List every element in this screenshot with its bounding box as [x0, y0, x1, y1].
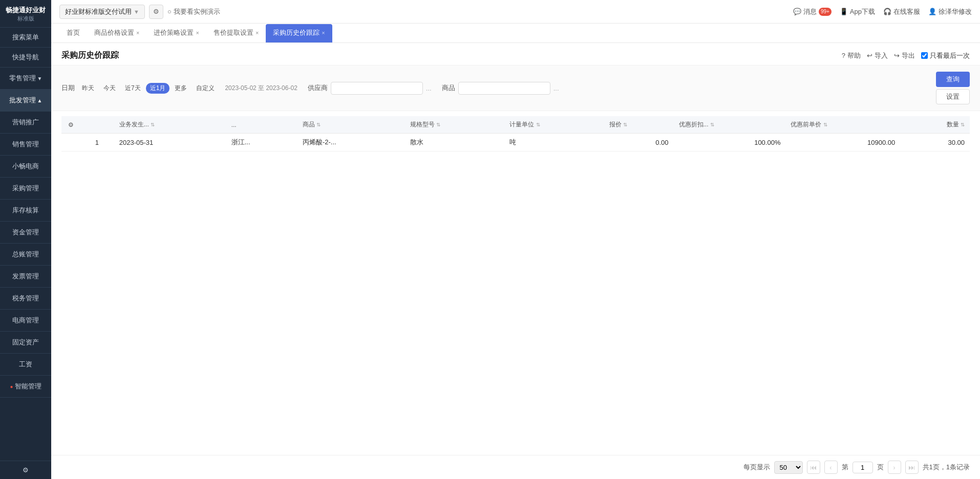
- date-options: 昨天 今天 近7天 近1月 更多 自定义: [78, 83, 219, 94]
- app-download-button[interactable]: 📱 App下载: [840, 7, 875, 16]
- supplier-input[interactable]: [331, 82, 423, 95]
- close-icon[interactable]: ×: [322, 30, 325, 36]
- only-last-checkbox[interactable]: [921, 52, 928, 59]
- sidebar-item-retail[interactable]: 零售管理 ▼: [0, 68, 51, 90]
- th-discount[interactable]: 优惠折扣... ⇅: [674, 116, 786, 134]
- close-icon[interactable]: ×: [196, 30, 199, 36]
- import-button[interactable]: ↩ 导入: [867, 51, 888, 60]
- message-button[interactable]: 💬 消息 99+: [793, 7, 832, 16]
- product-more-icon[interactable]: ...: [553, 84, 559, 92]
- sidebar-item-purchase[interactable]: 采购管理: [0, 178, 51, 200]
- th-more[interactable]: ...: [226, 116, 297, 134]
- date-opt-today[interactable]: 今天: [99, 83, 120, 94]
- sidebar-item-ledger[interactable]: 总账管理: [0, 244, 51, 266]
- sidebar-item-finance[interactable]: 资金管理: [0, 222, 51, 244]
- sidebar-item-ecommerce-small[interactable]: 小畅电商: [0, 156, 51, 178]
- page-prev-button[interactable]: ‹: [824, 461, 838, 474]
- date-opt-yesterday[interactable]: 昨天: [78, 83, 98, 94]
- per-page-select[interactable]: 50 20 100 200: [774, 461, 803, 474]
- td-pre-discount-price: 10900.00: [785, 134, 900, 151]
- supplier-more-icon[interactable]: ...: [426, 84, 432, 92]
- sidebar-item-wholesale[interactable]: 批发管理 ▲: [0, 90, 51, 112]
- phone-icon: 📱: [840, 8, 848, 15]
- table-row[interactable]: 1 2023-05-31 浙江... 丙烯酸-2-... 散水 吨 0.00 1…: [61, 134, 970, 151]
- sidebar-item-tax[interactable]: 税务管理: [0, 288, 51, 310]
- tab-sale-extract-label: 售价提取设置: [214, 28, 253, 37]
- date-filter-group: 日期 昨天 今天 近7天 近1月 更多 自定义 2023-05-02 至 202…: [61, 83, 297, 94]
- version-selector[interactable]: 好业财标准版交付试用 ▼: [59, 5, 145, 19]
- th-pre-discount-price[interactable]: 优惠前单价 ⇅: [785, 116, 900, 134]
- product-label: 商品: [442, 83, 455, 93]
- sidebar: 畅捷通好业财 标准版 搜索菜单 快捷导航 零售管理 ▼ 批发管理 ▲ 营销推广 …: [0, 0, 51, 479]
- td-product: 丙烯酸-2-...: [297, 134, 405, 151]
- sidebar-item-invoice[interactable]: 发票管理: [0, 266, 51, 288]
- tab-home[interactable]: 首页: [59, 24, 87, 42]
- user-menu[interactable]: 👤 徐泽华修改: [928, 7, 972, 16]
- demo-icon: ○: [167, 8, 172, 15]
- topbar-left: 好业财标准版交付试用 ▼ ⚙ ○ 我要看实例演示: [59, 5, 220, 19]
- data-table: ⚙ 业务发生... ⇅ ... 商品 ⇅: [61, 116, 970, 151]
- th-quantity[interactable]: 数量 ⇅: [900, 116, 970, 134]
- sort-icon: ⇅: [316, 122, 321, 127]
- sidebar-item-marketing[interactable]: 营销推广: [0, 112, 51, 134]
- version-settings-button[interactable]: ⚙: [149, 5, 163, 19]
- online-service-button[interactable]: 🎧 在线客服: [883, 7, 920, 16]
- product-input[interactable]: [458, 82, 550, 95]
- sidebar-item-salary[interactable]: 工资: [0, 354, 51, 376]
- date-opt-custom[interactable]: 自定义: [192, 83, 219, 94]
- sidebar-item-inventory[interactable]: 库存核算: [0, 200, 51, 222]
- sort-icon: ⇅: [436, 122, 440, 127]
- close-icon[interactable]: ×: [136, 30, 139, 36]
- gear-icon: ⚙: [23, 466, 29, 474]
- message-icon: 💬: [793, 8, 801, 15]
- tab-price-settings[interactable]: 商品价格设置 ×: [87, 24, 146, 42]
- page-title: 采购历史价跟踪: [61, 50, 119, 61]
- export-button[interactable]: ↪ 导出: [894, 51, 915, 60]
- sort-icon: ⇅: [623, 122, 627, 127]
- page-input[interactable]: [853, 462, 873, 473]
- page-next-button[interactable]: ›: [888, 461, 901, 474]
- th-unit[interactable]: 计量单位 ⇅: [504, 116, 604, 134]
- sort-icon: ⇅: [961, 122, 965, 127]
- page-actions: ? 帮助 ↩ 导入 ↪ 导出 只看最后一次: [842, 51, 970, 60]
- td-unit: 吨: [504, 134, 604, 151]
- notification-dot: ●: [10, 384, 13, 389]
- supplier-label: 供应商: [308, 83, 328, 93]
- tab-sale-extract[interactable]: 售价提取设置 ×: [206, 24, 266, 42]
- tab-purchase-strategy[interactable]: 进价策略设置 ×: [146, 24, 206, 42]
- sidebar-item-smart[interactable]: ● 智能管理: [0, 376, 51, 398]
- page-first-button[interactable]: ⏮: [807, 461, 820, 474]
- td-discount: 100.00%: [674, 134, 786, 151]
- only-last-option: 只看最后一次: [921, 51, 970, 60]
- sidebar-item-sales[interactable]: 销售管理: [0, 134, 51, 156]
- th-spec[interactable]: 规格型号 ⇅: [405, 116, 504, 134]
- topbar-right: 💬 消息 99+ 📱 App下载 🎧 在线客服 👤 徐泽华修改: [793, 7, 972, 16]
- sidebar-item-ecommerce[interactable]: 电商管理: [0, 310, 51, 332]
- th-quote[interactable]: 报价 ⇅: [604, 116, 674, 134]
- demo-link[interactable]: ○ 我要看实例演示: [167, 7, 220, 16]
- sidebar-item-fixed-assets[interactable]: 固定资产: [0, 332, 51, 354]
- th-biz-date[interactable]: 业务发生... ⇅: [114, 116, 226, 134]
- th-gear[interactable]: ⚙: [61, 116, 80, 134]
- query-button[interactable]: 查询: [936, 72, 970, 87]
- tab-home-label: 首页: [67, 28, 80, 37]
- sidebar-item-search[interactable]: 搜索菜单: [0, 28, 51, 48]
- tab-purchase-history[interactable]: 采购历史价跟踪 ×: [266, 24, 332, 42]
- th-product[interactable]: 商品 ⇅: [297, 116, 405, 134]
- page-unit: 页: [877, 463, 884, 472]
- td-spec: 散水: [405, 134, 504, 151]
- tabbar: 首页 商品价格设置 × 进价策略设置 × 售价提取设置 × 采购历史价跟踪 ×: [51, 24, 980, 43]
- close-icon[interactable]: ×: [255, 30, 259, 36]
- sidebar-item-quick-nav[interactable]: 快捷导航: [0, 48, 51, 68]
- import-icon: ↩: [867, 52, 872, 59]
- sidebar-settings-button[interactable]: ⚙: [0, 461, 51, 479]
- main-area: 好业财标准版交付试用 ▼ ⚙ ○ 我要看实例演示 💬 消息 99+ 📱 App下…: [51, 0, 980, 479]
- date-opt-last7days[interactable]: 近7天: [121, 83, 145, 94]
- filter-settings-button[interactable]: 设置: [936, 89, 970, 104]
- date-opt-more[interactable]: 更多: [171, 83, 191, 94]
- page-last-button[interactable]: ⏭: [905, 461, 919, 474]
- help-button[interactable]: ? 帮助: [842, 51, 861, 60]
- date-opt-last1month[interactable]: 近1月: [146, 83, 170, 94]
- page-label-text: 第: [842, 463, 848, 472]
- help-icon: ?: [842, 52, 845, 59]
